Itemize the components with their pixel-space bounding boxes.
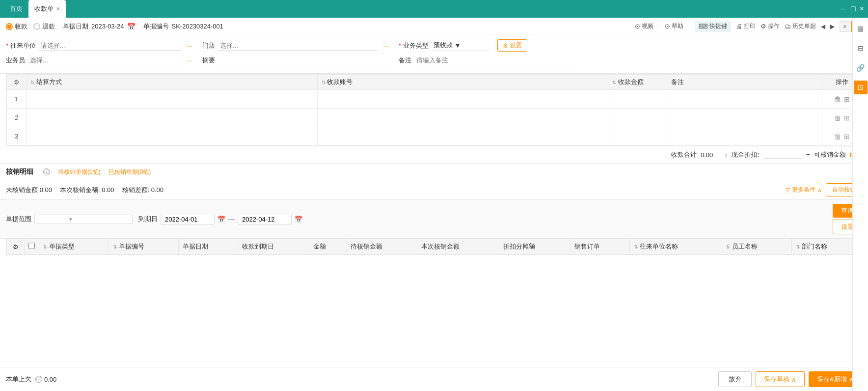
more-filter-btn[interactable]: ▽ 更多条件 ∧ bbox=[786, 186, 822, 194]
bt-col-staff: ⇅ 员工名称 bbox=[722, 239, 791, 254]
calendar-icon[interactable]: 📅 bbox=[127, 23, 136, 30]
summary-input[interactable] bbox=[218, 56, 389, 65]
store-input[interactable] bbox=[218, 41, 378, 51]
tab-verified[interactable]: 已核销单据(0笔) bbox=[108, 168, 151, 176]
verification-info-icon[interactable]: ⓘ bbox=[43, 168, 50, 175]
minimize-button[interactable]: － bbox=[839, 4, 847, 14]
nav-home-tab[interactable]: 首页 bbox=[4, 0, 28, 18]
bt-col-checkbox[interactable] bbox=[25, 239, 39, 254]
doc-num-field: 单据编号 SK-20230324-001 bbox=[143, 22, 224, 31]
nav-receipt-tab[interactable]: 收款单 × bbox=[28, 0, 66, 18]
row1-copy-btn[interactable]: ⊞ bbox=[844, 95, 850, 103]
receipt-tab-label: 收款单 bbox=[34, 4, 54, 13]
bt-col-salesorder: 销售订单 bbox=[570, 239, 630, 254]
radio-receipt[interactable]: 收款 bbox=[6, 22, 27, 31]
sidebar-table-icon[interactable]: ▦ bbox=[854, 22, 868, 35]
close-window-button[interactable]: × bbox=[860, 4, 864, 13]
row2-note[interactable] bbox=[667, 109, 822, 127]
current-stat: 本次核销金额: 0.00 bbox=[60, 186, 114, 195]
discount-input[interactable] bbox=[763, 151, 802, 159]
counterpart-input[interactable] bbox=[39, 41, 182, 51]
row3-note[interactable] bbox=[667, 127, 822, 146]
print-action[interactable]: 🖨 打印 bbox=[736, 22, 756, 30]
footer-info-icon[interactable]: ⓘ bbox=[35, 376, 42, 383]
filter-icon: ▽ bbox=[786, 187, 790, 194]
select-all-checkbox[interactable] bbox=[28, 243, 35, 249]
row2-copy-btn[interactable]: ⊞ bbox=[844, 114, 850, 122]
counterpart-more-btn[interactable]: ··· bbox=[187, 42, 192, 50]
footer-value: 0.00 bbox=[44, 376, 56, 383]
col-amount-header: ⇅ 收款金额 bbox=[608, 75, 667, 90]
row3-amount[interactable] bbox=[608, 127, 667, 146]
receipt-table-container: ⚙ ⇅ 结算方式 ⇅ 收款账号 ⇅ 收款金额 备注 bbox=[6, 74, 862, 146]
save-draft-button[interactable]: 保存草稿 ∧ bbox=[756, 371, 805, 387]
date-from-input[interactable] bbox=[161, 214, 215, 225]
staff-field: 业务员 ··· bbox=[6, 56, 192, 65]
row2-settle[interactable] bbox=[27, 109, 318, 127]
main-container: 收款 退款 单据日期 2023-03-24 📅 单据编号 SK-20230324… bbox=[0, 18, 868, 391]
settings-icon: ⚙ bbox=[503, 42, 508, 49]
sidebar-link-icon[interactable]: 🔗 bbox=[854, 61, 868, 75]
bt-col-settings[interactable]: ⚙ bbox=[7, 239, 25, 254]
business-type-field: 业务类型 预收款 ▼ ⚙ 设置 bbox=[399, 39, 546, 52]
help-action[interactable]: ⊙ 帮助 bbox=[665, 22, 683, 30]
receipt-table: ⚙ ⇅ 结算方式 ⇅ 收款账号 ⇅ 收款金额 备注 bbox=[6, 74, 862, 146]
col-settings-header[interactable]: ⚙ bbox=[7, 75, 27, 90]
row3-settle[interactable] bbox=[27, 127, 318, 146]
row1-settle[interactable] bbox=[27, 90, 318, 109]
unverified-label: 未核销金额 bbox=[6, 186, 38, 194]
close-tab-icon[interactable]: × bbox=[56, 5, 60, 12]
range-select[interactable]: ▼ bbox=[34, 215, 133, 224]
staff-more-btn[interactable]: ··· bbox=[187, 56, 192, 64]
staff-label: 业务员 bbox=[6, 56, 25, 65]
discount-label: 现金折扣: bbox=[732, 150, 759, 159]
unverified-stat: 未核销金额 0.00 bbox=[6, 186, 52, 195]
date-to-input[interactable] bbox=[238, 214, 292, 225]
date-to-calendar-icon[interactable]: 📅 bbox=[295, 216, 302, 223]
row3-copy-btn[interactable]: ⊞ bbox=[844, 133, 850, 140]
bt-col-pending: 待核销金额 bbox=[346, 239, 417, 254]
history-action[interactable]: 🗂 历史单据 bbox=[785, 22, 816, 30]
row1-delete-btn[interactable]: 🗑 bbox=[834, 95, 841, 103]
row2-account[interactable] bbox=[317, 109, 608, 127]
abandon-button[interactable]: 放弃 bbox=[718, 371, 752, 387]
diff-stat: 核销差额: 0.00 bbox=[122, 186, 164, 195]
nav-right-btn[interactable]: ▶ bbox=[830, 23, 835, 30]
bt-col-discount: 折扣分摊额 bbox=[499, 239, 570, 254]
tab-pending[interactable]: 待核销单据(0笔) bbox=[58, 168, 101, 176]
footer-left: 本单上欠 ⓘ 0.00 bbox=[6, 375, 56, 384]
date-range-sep: — bbox=[228, 216, 235, 223]
radio-refund[interactable]: 退款 bbox=[33, 22, 55, 31]
shortcut-action[interactable]: ⌨ 快捷键 bbox=[695, 21, 731, 32]
settle-sort-icon: ⇅ bbox=[30, 80, 34, 85]
row1-amount[interactable] bbox=[608, 90, 667, 109]
row1-account[interactable] bbox=[317, 90, 608, 109]
sidebar-expand-icon[interactable]: ⊡ bbox=[854, 81, 868, 94]
restore-button[interactable]: □ bbox=[851, 4, 856, 13]
diff-label: 核销差额: bbox=[122, 186, 150, 194]
date-from-calendar-icon[interactable]: 📅 bbox=[217, 216, 225, 223]
note-input[interactable] bbox=[414, 56, 575, 65]
store-label: 门店 bbox=[202, 41, 215, 50]
row3-account[interactable] bbox=[317, 127, 608, 146]
sidebar-list-icon[interactable]: ⊟ bbox=[854, 41, 868, 55]
store-more-btn[interactable]: ··· bbox=[383, 42, 389, 50]
available-label: 可核销金额 bbox=[814, 150, 846, 159]
col-note-header: 备注 bbox=[667, 75, 822, 90]
bottom-table-wrapper: ⚙ ⇅ 单据类型 ⇅ 单据编号 单据日期 bbox=[6, 239, 862, 255]
form-area: 往来单位 ··· 门店 ··· 业务类型 预收款 ▼ ⚙ bbox=[0, 35, 868, 74]
nav-left-btn[interactable]: ◀ bbox=[821, 23, 825, 30]
row2-amount[interactable] bbox=[608, 109, 667, 127]
video-action[interactable]: ⊙ 视频 bbox=[635, 22, 653, 30]
home-label: 首页 bbox=[10, 4, 23, 13]
range-chevron: ▼ bbox=[68, 217, 73, 222]
operation-action[interactable]: ⚙ 操作 bbox=[760, 22, 780, 30]
row1-note[interactable] bbox=[667, 90, 822, 109]
settings-button[interactable]: ⚙ 设置 bbox=[497, 39, 527, 52]
layout-list-btn[interactable]: ≡ bbox=[840, 21, 850, 32]
row3-delete-btn[interactable]: 🗑 bbox=[834, 133, 841, 140]
staff-input[interactable] bbox=[28, 56, 182, 65]
stats-left: 未核销金额 0.00 本次核销金额: 0.00 核销差额: 0.00 bbox=[6, 186, 163, 195]
row2-delete-btn[interactable]: 🗑 bbox=[834, 114, 841, 122]
business-type-select[interactable]: 预收款 ▼ bbox=[432, 40, 490, 51]
